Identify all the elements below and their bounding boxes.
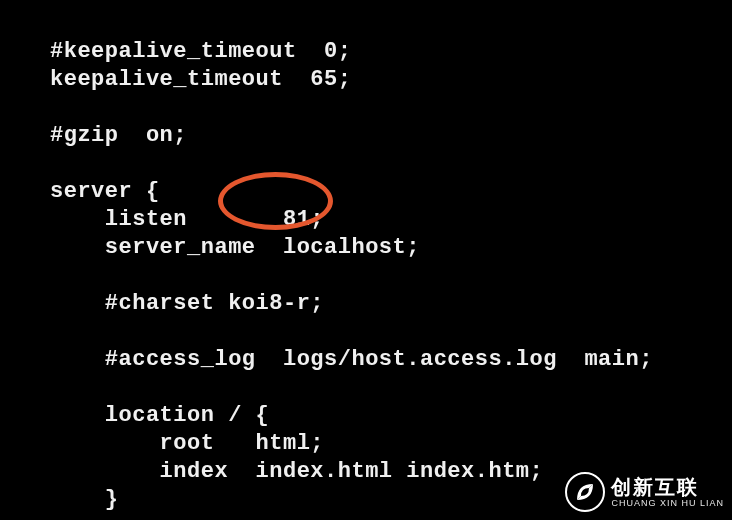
code-line: server {	[50, 179, 160, 204]
watermark-cn: 创新互联	[611, 477, 724, 497]
watermark-text: 创新互联 CHUANG XIN HU LIAN	[611, 477, 724, 508]
watermark: 创新互联 CHUANG XIN HU LIAN	[565, 472, 724, 512]
code-line: #gzip on;	[50, 123, 187, 148]
nginx-config-code: #keepalive_timeout 0; keepalive_timeout …	[0, 0, 732, 520]
code-line: }	[50, 487, 119, 512]
code-line: server_name localhost;	[50, 235, 420, 260]
svg-point-0	[566, 473, 604, 511]
code-line: #charset koi8-r;	[50, 291, 324, 316]
code-line: #keepalive_timeout 0;	[50, 39, 351, 64]
watermark-en: CHUANG XIN HU LIAN	[611, 499, 724, 508]
code-line: #access_log logs/host.access.log main;	[50, 347, 653, 372]
code-line: index index.html index.htm;	[50, 459, 543, 484]
code-line: root html;	[50, 431, 324, 456]
watermark-logo-icon	[565, 472, 605, 512]
code-line: keepalive_timeout 65;	[50, 67, 351, 92]
code-line: location / {	[50, 403, 269, 428]
code-line: listen 81;	[50, 207, 324, 232]
